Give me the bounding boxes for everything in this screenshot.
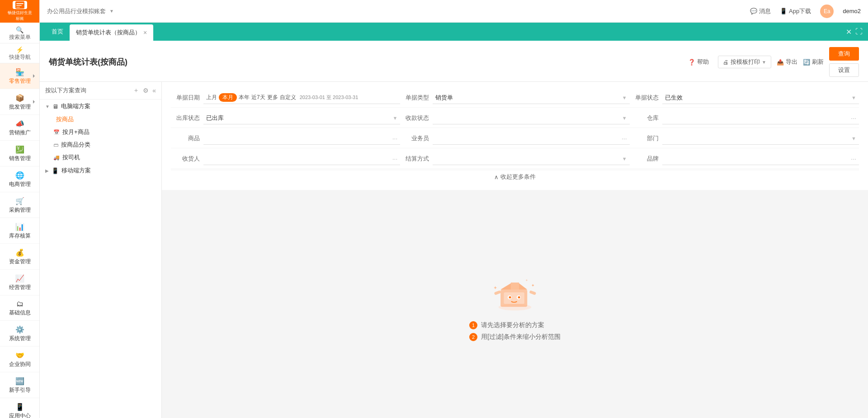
sidebar-item-ops[interactable]: 📈 经营管理 [0, 270, 39, 295]
sidebar-item-finance[interactable]: 💰 资金管理 [0, 244, 39, 270]
payment-status-input[interactable]: ▼ [433, 112, 629, 124]
department-input[interactable]: ▼ [662, 132, 859, 145]
export-button[interactable]: 📤 导出 [777, 58, 797, 66]
print-button[interactable]: 🖨 按模板打印 ▼ [718, 56, 771, 68]
collapse-bar[interactable]: ∧ 收起更多条件 [171, 170, 859, 184]
export-label: 导出 [786, 58, 797, 66]
more-tab[interactable]: 更多 [267, 94, 278, 101]
industry-dropdown-icon[interactable]: ▼ [109, 9, 114, 14]
tab-expand-icon[interactable]: ⛶ [855, 28, 863, 36]
sidebar-item-retail[interactable]: 🏪 零售管理 [0, 63, 39, 89]
payment-status-filter-cell: 收款状态 ▼ [400, 109, 629, 128]
payment-status-dropdown-icon: ▼ [622, 115, 627, 121]
top-bar: 办公用品行业模拟账套 ▼ 💬 消息 📱 App下载 Ea demo2 [40, 0, 868, 23]
recipient-dots-icon[interactable]: ··· [392, 155, 398, 162]
sidebar-item-wholesale[interactable]: 📦 批发管理 [0, 89, 39, 115]
sidebar-item-purchase[interactable]: 🛒 采购管理 [0, 192, 39, 218]
last-month-tab[interactable]: 上月 [206, 94, 217, 101]
svg-marker-7 [519, 283, 527, 290]
tree-mobile-group[interactable]: ▶ 📱 移动端方案 [40, 164, 161, 177]
sidebar-item-inventory[interactable]: 📊 库存核算 [0, 218, 39, 244]
brand-input[interactable]: ··· [662, 152, 859, 165]
tree-desktop-group[interactable]: ▼ 🖥 电脑端方案 [40, 100, 161, 113]
print-dropdown-icon[interactable]: ▼ [762, 60, 766, 65]
svg-text:✦: ✦ [525, 278, 528, 282]
salesperson-label: 业务员 [400, 134, 433, 142]
goods-input[interactable]: ··· [203, 132, 400, 145]
help-label: 帮助 [697, 58, 709, 66]
warehouse-out-filter-cell: 出库状态 已出库 ▼ [171, 109, 400, 128]
user-name[interactable]: demo2 [843, 8, 861, 14]
scheme-settings-icon[interactable]: ⚙ [143, 87, 149, 94]
top-bar-right: 💬 消息 📱 App下载 Ea demo2 [750, 5, 861, 18]
sidebar-item-corp[interactable]: 🤝 企业协同 [0, 347, 39, 372]
query-button[interactable]: 查询 [829, 47, 859, 61]
tab-sales-stat[interactable]: 销货单统计表（按商品） × [70, 24, 153, 41]
department-label: 部门 [630, 134, 662, 142]
tree-item-by-month-goods[interactable]: 📅 按月+商品 [40, 126, 161, 138]
doc-type-input[interactable]: 销货单 ▼ [433, 91, 629, 104]
tab-bar: 首页 销货单统计表（按商品） × ✕ ⛶ [40, 23, 868, 41]
sidebar-quick-nav[interactable]: ⚡ 快捷导航 [0, 43, 39, 63]
sidebar-item-sales[interactable]: 💹 销售管理 [0, 141, 39, 166]
wholesale-icon: 📦 [3, 94, 37, 102]
add-scheme-button[interactable]: ＋ [133, 86, 139, 95]
svg-point-12 [509, 296, 511, 299]
last7-tab[interactable]: 近7天 [251, 94, 265, 101]
brand-dots-icon[interactable]: ··· [851, 155, 856, 162]
print-icon: 🖨 [723, 59, 729, 66]
wholesale-label: 批发管理 [9, 104, 31, 110]
warehouse-input[interactable]: ··· [662, 112, 859, 124]
sidebar-item-marketing[interactable]: 📣 营销推广 [0, 115, 39, 141]
svg-rect-8 [511, 283, 519, 290]
salesperson-dots-icon[interactable]: ··· [622, 135, 627, 142]
tree-item-by-cashier[interactable]: 🚚 按司机 [40, 151, 161, 164]
this-month-tab[interactable]: 本月 [219, 93, 237, 102]
tree-item-by-goods[interactable]: 按商品 [40, 113, 161, 126]
tab-home[interactable]: 首页 [45, 23, 70, 41]
sidebar-item-apps[interactable]: 📱 应用中心 [0, 398, 39, 418]
warehouse-out-input[interactable]: 已出库 ▼ [203, 112, 400, 124]
sidebar-search[interactable]: 🔍 搜索菜单 [0, 23, 39, 43]
doc-status-value: 已生效 [665, 94, 683, 102]
tip-text-1: 请先选择要分析的方案 [481, 321, 544, 329]
message-button[interactable]: 💬 消息 [750, 7, 771, 15]
recipient-label: 收货人 [171, 155, 203, 163]
tree-folder-icon: 🖥 [52, 103, 58, 110]
tree-expand-icon: ▼ [45, 104, 50, 109]
desktop-group-label: 电脑端方案 [61, 102, 90, 110]
main-content: 办公用品行业模拟账套 ▼ 💬 消息 📱 App下载 Ea demo2 首页 销货… [40, 0, 868, 418]
settlement-label: 结算方式 [400, 155, 433, 163]
settlement-input[interactable]: ▼ [433, 152, 629, 165]
sidebar-item-system[interactable]: ⚙️ 系统管理 [0, 321, 39, 347]
empty-tip-2: 2 用[过滤]条件来缩小分析范围 [469, 333, 561, 341]
sidebar-item-ecom[interactable]: 🌐 电商管理 [0, 166, 39, 192]
doc-type-dropdown-icon: ▼ [622, 95, 627, 100]
warehouse-dots-icon[interactable]: ··· [851, 114, 856, 122]
settings-button[interactable]: 设置 [829, 63, 859, 77]
sidebar-item-basic[interactable]: 🗂 基础信息 [0, 295, 39, 321]
tab-close-icon[interactable]: × [143, 29, 147, 36]
this-year-tab[interactable]: 本年 [239, 94, 250, 101]
tab-bar-right: ✕ ⛶ [846, 28, 868, 36]
doc-status-input[interactable]: 已生效 ▼ [662, 91, 859, 104]
payment-status-label: 收款状态 [400, 114, 433, 122]
custom-tab[interactable]: 自定义 [280, 94, 296, 101]
export-icon: 📤 [777, 59, 784, 66]
goods-dots-icon[interactable]: ··· [392, 135, 398, 142]
ecom-label: 电商管理 [9, 181, 31, 187]
collapse-panel-icon[interactable]: « [152, 87, 156, 94]
recipient-input[interactable]: ··· [203, 152, 400, 165]
marketing-icon: 📣 [3, 119, 37, 128]
tab-close-window-icon[interactable]: ✕ [846, 28, 852, 36]
retail-label: 零售管理 [9, 78, 31, 84]
sidebar-item-guide[interactable]: 🆕 新手引导 [0, 372, 39, 398]
date-filter-cell: 单据日期 上月 本月 本年 近7天 更多 自定义 2023-03-01 至 20… [171, 88, 400, 108]
doc-type-value: 销货单 [435, 94, 453, 102]
tree-item-by-goods-category[interactable]: 🗃 按商品分类 [40, 138, 161, 151]
help-button[interactable]: ❓ 帮助 [684, 56, 712, 68]
refresh-button[interactable]: 🔄 刷新 [803, 58, 824, 66]
app-download-button[interactable]: 📱 App下载 [780, 7, 811, 15]
salesperson-input[interactable]: ··· [433, 132, 629, 145]
user-avatar: Ea [820, 5, 834, 18]
